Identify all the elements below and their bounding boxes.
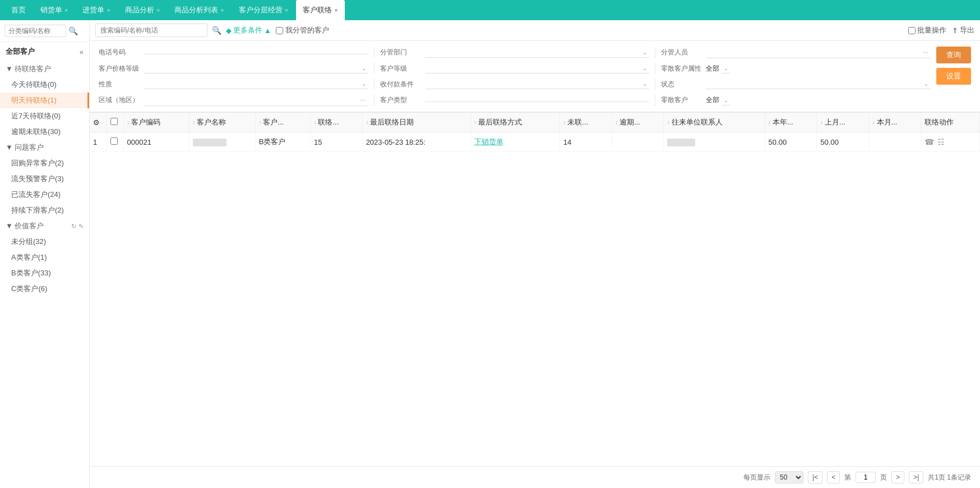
filter-phone: 电话号码 [99,48,368,57]
sidebar-item-class-a[interactable]: A类客户(1) [0,250,89,265]
set-button[interactable]: 设置 [936,68,971,85]
batch-action-button[interactable]: 批量操作 [908,25,946,35]
col-no-contact-label: 未联... [567,117,588,127]
col-customer-type[interactable]: ↕ 客户... [255,113,310,132]
nav-item-home[interactable]: 首页 [4,0,33,20]
col-unit-contact[interactable]: ↕ 往来单位联系人 [664,113,765,132]
col-code[interactable]: ↕ 客户编码 [123,113,189,132]
nav-item-purchase[interactable]: 进货单× [76,0,117,20]
sidebar-section-value[interactable]: ▼ 价值客户↻✎ [0,218,89,234]
sidebar-collapse-icon[interactable]: « [80,48,84,56]
close-tab-icon[interactable]: × [220,7,224,13]
per-page-select[interactable]: 50 100 [775,471,803,484]
filter-search-input[interactable] [95,24,207,37]
my-customers-filter[interactable]: 我分管的客户 [276,25,329,35]
col-no-contact[interactable]: ↕ 未联... [560,113,612,132]
col-this-year[interactable]: ↕ 本年... [765,113,817,132]
per-page-label: 每页显示 [743,473,770,482]
nav-item-customer-contact[interactable]: 客户联络× [296,0,344,20]
sidebar-item-today[interactable]: 今天待联络(0) [0,77,89,93]
sidebar-section-problem[interactable]: ▼ 问题客户 [0,140,89,155]
close-tab-icon[interactable]: × [107,7,110,13]
close-tab-icon[interactable]: × [156,7,160,13]
sidebar-search-area: 🔍 [0,20,89,42]
sidebar-item-tomorrow[interactable]: 明天待联络(1) [0,93,89,108]
sidebar-section-pending[interactable]: ▼ 待联络客户 [0,61,89,77]
query-button[interactable]: 查询 [936,47,971,63]
sidebar-search-icon[interactable]: 🔍 [68,26,78,35]
sidebar-item-class-b[interactable]: B类客户(33) [0,265,89,281]
funnel-icon: ◆ [226,26,232,35]
filter-nature: 性质 ⌄ [99,79,368,89]
cell-checkbox[interactable] [107,132,123,152]
nav-item-analysis[interactable]: 商品分析× [118,0,167,20]
retail-customer-select[interactable]: ⌄ [722,95,731,105]
my-customers-checkbox[interactable] [276,27,283,34]
next-page-button[interactable]: > [891,471,904,484]
contact-method-link[interactable]: 下销货单 [474,137,503,146]
sidebar-item-overdue[interactable]: 逾期未联络(30) [0,124,89,140]
col-gear[interactable]: ⚙ [90,113,107,132]
col-last-month[interactable]: ↕ 上月... [817,113,869,132]
cell-name [189,132,255,152]
col-name[interactable]: ↕ 客户名称 [189,113,255,132]
manager-dots[interactable]: ··· [706,47,931,58]
cell-customer-type: B类客户 [255,132,310,152]
sidebar-item-lost[interactable]: 已流失客户(24) [0,187,89,202]
cell-unit-contact [664,132,765,152]
prev-page-button[interactable]: < [827,471,840,484]
col-checkbox[interactable] [107,113,123,132]
retail-attribute-select[interactable]: ⌄ [722,63,731,73]
customer-level-select[interactable]: ⌄ [425,63,650,73]
col-name-label: 客户名称 [197,117,226,127]
grid-action-icon[interactable]: ☷ [937,137,945,146]
status-select[interactable]: ⌄ [706,79,931,89]
refresh-icon[interactable]: ↻ [71,223,76,230]
sidebar-item-7days[interactable]: 近7天待联络(0) [0,108,89,124]
price-level-select[interactable]: ⌄ [144,63,368,73]
close-tab-icon[interactable]: × [334,7,338,13]
select-all-checkbox[interactable] [110,118,118,125]
row-checkbox[interactable] [110,137,118,145]
sidebar-item-class-c[interactable]: C类客户(6) [0,281,89,297]
filter-row-2: 客户价格等级 ⌄ 客户等级 ⌄ 零散客户属性 全部 ⌄ [99,63,931,74]
nav-item-customer-tier[interactable]: 客户分层经营× [232,0,295,20]
phone-input[interactable] [144,50,368,54]
sidebar-item-ungrouped[interactable]: 未分组(32) [0,234,89,250]
cell-last-contact-method[interactable]: 下销货单 [470,132,560,152]
nav-item-analysis-list[interactable]: 商品分析列表× [168,0,230,20]
col-contact-count[interactable]: ↕ 联络... [310,113,362,132]
export-button[interactable]: ⇑ 导出 [952,25,974,35]
nature-select[interactable]: ⌄ [144,79,368,89]
batch-checkbox[interactable] [908,27,916,34]
customer-type-input[interactable] [425,98,650,102]
col-last-month-label: 上月... [825,117,845,127]
phone-action-icon[interactable]: ☎ [924,137,934,146]
sidebar-item-repurchase-abnormal[interactable]: 回购异常客户(2) [0,155,89,171]
top-navigation: 首页销货单×进货单×商品分析×商品分析列表×客户分层经营×客户联络× [0,0,980,20]
gear-icon[interactable]: ⚙ [93,118,100,127]
department-select[interactable]: ⌄ [425,48,650,58]
edit-icon[interactable]: ✎ [78,223,84,230]
page-number-input[interactable] [856,472,876,483]
sidebar-item-continuous-decline[interactable]: 持续下滑客户(2) [0,202,89,218]
region-dots[interactable]: ··· [144,94,368,106]
first-page-button[interactable]: |< [808,471,822,484]
sidebar-search-input[interactable] [4,25,66,37]
filter-retail-customer: 零散客户 全部 ⌄ [661,95,931,105]
more-conditions-button[interactable]: ◆ 更多条件 ▲ [226,25,271,35]
payment-select[interactable]: ⌄ [425,79,650,89]
nav-item-sales[interactable]: 销货单× [34,0,75,20]
col-last-contact-date[interactable]: ↕ 最后联络日期 [362,113,470,132]
col-last-contact-method[interactable]: ↕ 最后联络方式 [470,113,560,132]
filter-search-button[interactable]: 🔍 [212,26,221,35]
col-overdue[interactable]: ↕ 逾期... [612,113,664,132]
sidebar-item-lost-risk[interactable]: 流失预警客户(3) [0,171,89,187]
sort-icon: ↕ [820,119,823,125]
close-tab-icon[interactable]: × [285,7,288,13]
retail-attribute-label: 零散客户属性 [661,64,706,73]
close-tab-icon[interactable]: × [64,7,68,13]
last-page-button[interactable]: >| [909,471,923,484]
col-this-month[interactable]: ↕ 本月... [869,113,921,132]
sidebar-all-customers[interactable]: 全部客户 « [0,42,89,61]
